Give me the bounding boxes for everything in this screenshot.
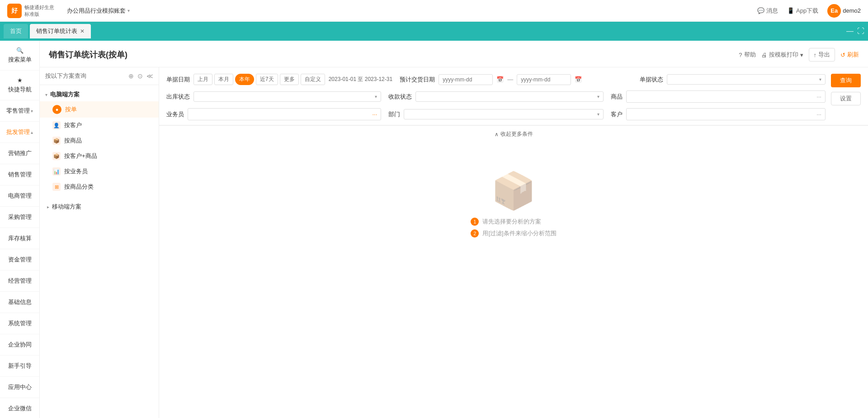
- salesperson-select[interactable]: ···: [188, 108, 381, 120]
- expected-date-end[interactable]: [517, 74, 571, 85]
- product-dots-icon: ···: [816, 93, 821, 100]
- content-area: 销售订单统计表(按单) ? 帮助 🖨 按模板打印 ▾ ↑ 导出: [40, 41, 868, 418]
- sidebar-item-finance[interactable]: 资金管理: [0, 249, 39, 271]
- settings-scheme-button[interactable]: ⊙: [137, 72, 143, 80]
- user-area[interactable]: Ea demo2: [827, 4, 861, 18]
- collapse-scheme-button[interactable]: ≪: [146, 72, 153, 80]
- empty-state: 📦 1 请先选择要分析的方案 2 用[过滤]条件来缩小分析范围: [159, 142, 868, 265]
- sidebar-item-inventory[interactable]: 库存核算: [0, 228, 39, 249]
- sidebar-item-basic[interactable]: 基础信息: [0, 292, 39, 313]
- print-button[interactable]: 🖨 按模板打印 ▾: [761, 51, 803, 59]
- by-customer-product-icon: 📦: [52, 152, 61, 160]
- date-btn-this-month[interactable]: 本月: [214, 74, 233, 85]
- sidebar-item-enterprise[interactable]: 企业协同: [0, 334, 39, 356]
- salesperson-dots-icon: ···: [372, 111, 377, 118]
- sidebar-item-wholesale[interactable]: 批发管理 ▴: [0, 122, 39, 143]
- tab-home[interactable]: 首页: [4, 24, 28, 38]
- help-button[interactable]: ? 帮助: [739, 51, 755, 59]
- scheme-header-icons: ⊕ ⊙ ≪: [128, 72, 153, 80]
- date-btn-this-year[interactable]: 本年: [235, 74, 254, 85]
- by-product-icon: 📦: [52, 137, 61, 145]
- salesperson-label: 业务员: [166, 110, 184, 119]
- date-separator: —: [507, 76, 513, 83]
- company-selector[interactable]: 办公用品行业模拟账套 ▾: [67, 7, 130, 15]
- chevron-icon: ▾: [31, 109, 33, 114]
- outbound-status-select[interactable]: ▾: [193, 91, 381, 102]
- scheme-item-by-product[interactable]: 📦 按商品: [40, 133, 159, 148]
- tab-minimize-icon[interactable]: —: [846, 27, 854, 35]
- customer-select[interactable]: ···: [626, 108, 826, 120]
- page-header: 销售订单统计表(按单) ? 帮助 🖨 按模板打印 ▾ ↑ 导出: [40, 41, 868, 67]
- outbound-arrow-icon: ▾: [375, 94, 377, 99]
- scheme-group-header-computer[interactable]: ▾ 电脑端方案: [40, 88, 159, 101]
- export-button[interactable]: ↑ 导出: [809, 48, 835, 62]
- by-customer-icon: 👤: [52, 121, 61, 129]
- date-btn-7days[interactable]: 近7天: [256, 74, 278, 85]
- page-actions: ? 帮助 🖨 按模板打印 ▾ ↑ 导出 ↺ 刷新: [739, 48, 859, 62]
- help-icon: ?: [739, 52, 742, 58]
- app-download-button[interactable]: 📱 App下载: [787, 7, 818, 15]
- scheme-item-by-customer-product[interactable]: 📦 按客户+商品: [40, 148, 159, 164]
- sidebar-item-sales[interactable]: 销售管理: [0, 164, 39, 185]
- group-collapse-icon: ▸: [47, 204, 49, 209]
- sidebar-item-ecommerce[interactable]: 电商管理: [0, 185, 39, 207]
- sidebar-item-purchase[interactable]: 采购管理: [0, 207, 39, 228]
- sidebar-item-appcenter[interactable]: 应用中心: [0, 377, 39, 398]
- chevron-icon: ▴: [31, 130, 33, 135]
- doc-status-select[interactable]: ▾: [667, 74, 826, 85]
- calendar-end-icon[interactable]: 📅: [575, 76, 582, 83]
- customer-label: 客户: [611, 110, 623, 119]
- collapse-bar[interactable]: ∧ 收起更多条件: [159, 125, 868, 142]
- top-bar-left: 好 畅捷通好生意 标准版 办公用品行业模拟账套 ▾: [7, 4, 130, 18]
- product-label: 商品: [611, 93, 623, 101]
- doc-status-arrow-icon: ▾: [819, 77, 821, 82]
- sidebar-item-system[interactable]: 系统管理: [0, 313, 39, 334]
- logo-text: 畅捷通好生意 标准版: [24, 4, 54, 17]
- sidebar-quick-nav[interactable]: ★ 快捷导航: [0, 71, 39, 100]
- customer-dots-icon: ···: [816, 111, 821, 118]
- sidebar-item-newuser[interactable]: 新手引导: [0, 356, 39, 377]
- refresh-button[interactable]: ↺ 刷新: [840, 51, 859, 59]
- calendar-start-icon[interactable]: 📅: [496, 76, 504, 83]
- settings-button[interactable]: 设置: [831, 92, 861, 105]
- sidebar-item-marketing[interactable]: 营销推广: [0, 143, 39, 164]
- scheme-item-by-salesperson[interactable]: 📊 按业务员: [40, 164, 159, 179]
- download-icon: 📱: [787, 7, 794, 14]
- scheme-panel: 按以下方案查询 ⊕ ⊙ ≪ ▾ 电脑端方案 ● 按单: [40, 67, 159, 418]
- tab-bar: 首页 销售订单统计表 ✕ — ⛶: [0, 22, 868, 41]
- query-button[interactable]: 查询: [831, 74, 861, 87]
- doc-status-label: 单据状态: [640, 76, 663, 84]
- tab-expand-icon[interactable]: ⛶: [857, 27, 864, 35]
- scheme-group-computer: ▾ 电脑端方案 ● 按单 👤 按客户 📦 按商品: [40, 85, 159, 197]
- sidebar-item-retail[interactable]: 零售管理 ▾: [0, 100, 39, 122]
- tab-sales-order-stats[interactable]: 销售订单统计表 ✕: [30, 24, 91, 38]
- product-select[interactable]: ···: [626, 90, 826, 103]
- page-title-row: 销售订单统计表(按单) ? 帮助 🖨 按模板打印 ▾ ↑ 导出: [49, 48, 859, 67]
- empty-tip-1: 1 请先选择要分析的方案: [471, 218, 556, 226]
- tab-close-icon[interactable]: ✕: [80, 28, 85, 34]
- filter-main: 单据日期 上月 本月 本年 近7天 更多 自定义: [159, 67, 868, 265]
- by-salesperson-icon: 📊: [52, 167, 61, 176]
- group-expand-icon: ▾: [45, 92, 47, 97]
- sidebar-item-operation[interactable]: 经营管理: [0, 271, 39, 292]
- expected-date-start[interactable]: [439, 74, 493, 85]
- date-btn-last-month[interactable]: 上月: [193, 74, 212, 85]
- body-area: 按以下方案查询 ⊕ ⊙ ≪ ▾ 电脑端方案 ● 按单: [40, 67, 868, 418]
- payment-status-select[interactable]: ▾: [415, 91, 603, 102]
- print-icon: 🖨: [761, 52, 767, 58]
- sidebar-item-wechat[interactable]: 企业微信: [0, 398, 39, 418]
- scheme-item-by-product-category[interactable]: ⊞ 按商品分类: [40, 179, 159, 195]
- department-select[interactable]: ▾: [404, 109, 603, 119]
- date-btn-custom[interactable]: 自定义: [301, 74, 325, 85]
- print-chevron-icon: ▾: [800, 52, 803, 58]
- scheme-item-by-order[interactable]: ● 按单: [40, 101, 159, 118]
- date-btn-more[interactable]: 更多: [280, 74, 299, 85]
- empty-tip-2: 2 用[过滤]条件来缩小分析范围: [471, 229, 556, 238]
- add-scheme-button[interactable]: ⊕: [128, 72, 134, 80]
- message-button[interactable]: 💬 消息: [757, 7, 778, 15]
- scheme-item-by-customer[interactable]: 👤 按客户: [40, 118, 159, 133]
- scheme-group-header-mobile[interactable]: ▸ 移动端方案: [40, 200, 159, 214]
- search-icon: 🔍: [16, 47, 24, 54]
- main-layout: 🔍 搜索菜单 ★ 快捷导航 零售管理 ▾ 批发管理 ▴ 营销推广 销售管理 电商…: [0, 41, 868, 418]
- sidebar-search[interactable]: 🔍 搜索菜单: [0, 41, 39, 71]
